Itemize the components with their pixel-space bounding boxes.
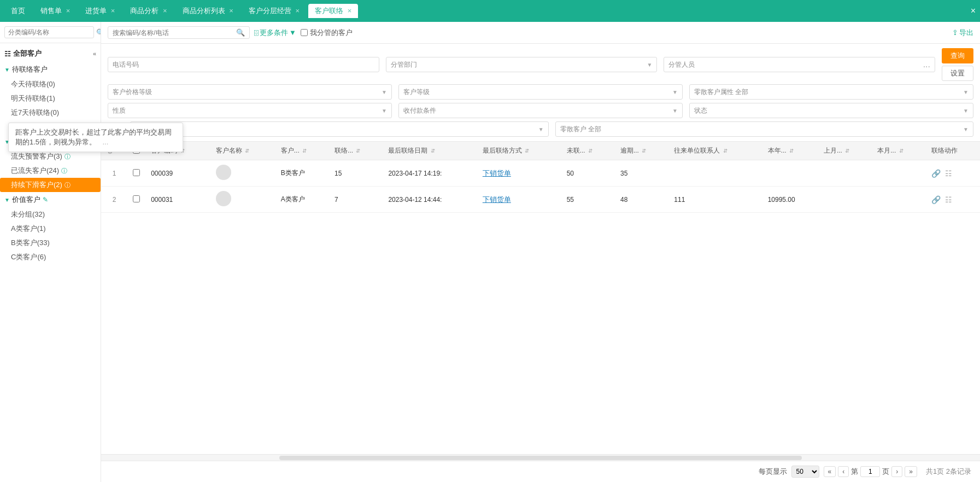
row1-qr-icon[interactable]: ☷: [945, 169, 952, 178]
row2-this-month: [872, 187, 925, 213]
sidebar-search-input[interactable]: [4, 26, 94, 38]
row1-last-month: [818, 160, 872, 187]
settings-button[interactable]: 设置: [942, 66, 973, 81]
grid-icon: ☷: [4, 50, 11, 58]
first-page-button[interactable]: «: [824, 466, 836, 477]
per-page-select[interactable]: 50 100 200: [791, 466, 819, 478]
prev-page-button[interactable]: ‹: [838, 466, 849, 477]
row1-link-icon[interactable]: 🔗: [931, 169, 941, 178]
sidebar-root-all-customers[interactable]: ☷ 全部客户 «: [0, 45, 101, 62]
filter-payment-terms[interactable]: 收付款条件 ▼: [398, 103, 683, 118]
nav-product-analysis-list[interactable]: 商品分析列表 ×: [176, 4, 240, 18]
filter-phone[interactable]: 电话号码: [108, 57, 379, 72]
sidebar-collapse-icon[interactable]: «: [93, 50, 96, 57]
filter-customer-level[interactable]: 客户等级 ▼: [398, 84, 683, 100]
sort-icon-last-method[interactable]: ⇵: [525, 148, 529, 154]
sort-icon-this-month[interactable]: ⇵: [899, 148, 903, 154]
nav-customer-contact[interactable]: 客户联络 ×: [308, 4, 358, 18]
sort-icon-last-date[interactable]: ⇵: [431, 148, 435, 154]
sort-icon-this-year[interactable]: ⇵: [789, 148, 794, 154]
sidebar-item-today-contact[interactable]: 今天待联络(0): [0, 77, 101, 91]
filter-scattered-attr[interactable]: 零散客户属性 全部 ▼: [689, 84, 973, 100]
nav-purchase[interactable]: 进货单 ×: [79, 4, 121, 18]
export-button[interactable]: ⇪ 导出: [952, 28, 973, 38]
sidebar-item-ungrouped[interactable]: 未分组(32): [0, 207, 101, 222]
sidebar-item-tomorrow-contact[interactable]: 明天待联络(1): [0, 91, 101, 106]
filter-status[interactable]: 状态 ▼: [689, 103, 973, 118]
nav-close-product-analysis[interactable]: ×: [163, 7, 167, 15]
tooltip-dots[interactable]: ...: [102, 138, 108, 146]
filter-customer-level-label: 客户等级: [403, 88, 430, 97]
filter-manager[interactable]: 分管人员 ...: [664, 57, 935, 72]
nav-sales[interactable]: 销售单 ×: [34, 4, 77, 18]
last-page-button[interactable]: »: [905, 466, 917, 477]
nav-close-customer-tier[interactable]: ×: [296, 7, 300, 15]
sort-icon-contact-person[interactable]: ⇵: [723, 148, 727, 154]
row2-checkbox[interactable]: [133, 195, 140, 202]
more-conditions-button[interactable]: ⌹ 更多条件 ▼: [254, 28, 296, 38]
col-customer-type: 客户... ⇵: [275, 142, 329, 160]
row2-last-contact-link[interactable]: 下销货单: [483, 195, 511, 204]
table-row: 1 000039 B类客户 15 2023-04-17 14:19: 下销货单: [101, 160, 980, 187]
row1-contact-person: [668, 160, 762, 187]
row1-checkbox[interactable]: [133, 169, 140, 176]
sidebar-search-icon[interactable]: 🔍: [96, 28, 101, 37]
sort-icon-overdue[interactable]: ⇵: [642, 148, 646, 154]
nav-close-sales[interactable]: ×: [66, 7, 71, 15]
window-close-button[interactable]: ×: [971, 6, 976, 16]
sort-icon-contact[interactable]: ⇵: [356, 148, 360, 154]
query-button[interactable]: 查询: [942, 48, 973, 63]
nav-home[interactable]: 首页: [4, 4, 32, 18]
sidebar-item-7days-contact[interactable]: 近7天待联络(0): [0, 106, 101, 120]
my-customers-label: 我分管的客户: [310, 28, 353, 38]
row2-link-icon[interactable]: 🔗: [931, 195, 941, 204]
sidebar-item-lost[interactable]: 已流失客户(24) ⓘ: [0, 164, 101, 178]
filter-status-label: 状态: [694, 106, 707, 115]
top-navigation: 首页 销售单 × 进货单 × 商品分析 × 商品分析列表 × 客户分层经营 × …: [0, 0, 980, 22]
row1-last-contact-link[interactable]: 下销货单: [483, 169, 511, 177]
sort-icon-last-month[interactable]: ⇵: [845, 148, 849, 154]
table-header-row: ⚙ 客户编码 ⇵ 客户名称 ⇵ 客户... ⇵ 联络... ⇵ 最后联络日期 ⇵…: [101, 142, 980, 160]
scrollbar-thumb[interactable]: [279, 456, 801, 460]
filter-search-input[interactable]: [113, 29, 234, 37]
row1-this-year: [762, 160, 818, 187]
col-this-year: 本年... ⇵: [762, 142, 818, 160]
filter-bar: 🔍 ⌹ 更多条件 ▼ 我分管的客户 ⇪ 导出: [101, 22, 980, 44]
sidebar-section-header-value[interactable]: ▼ 价值客户 ✎: [0, 192, 101, 207]
my-customers-checkbox[interactable]: [301, 29, 308, 36]
filter-department-arrow: ▼: [647, 62, 652, 68]
filter-scattered-customer[interactable]: 零散客户 全部 ▼: [555, 121, 973, 137]
data-table-container: ⚙ 客户编码 ⇵ 客户名称 ⇵ 客户... ⇵ 联络... ⇵ 最后联络日期 ⇵…: [101, 142, 980, 454]
nav-close-purchase[interactable]: ×: [111, 7, 115, 15]
row2-qr-icon[interactable]: ☷: [945, 195, 952, 204]
tooltip-box: 距客户上次交易时长，超过了此客户的平均交易周期的1.5倍，则视为异常。 ...: [8, 123, 183, 152]
nav-product-analysis[interactable]: 商品分析 ×: [124, 4, 173, 18]
sort-icon-name[interactable]: ⇵: [245, 148, 249, 154]
filter-icon: ⌹: [254, 28, 259, 37]
filter-search-container: 🔍: [108, 26, 250, 39]
nav-close-product-analysis-list[interactable]: ×: [229, 7, 233, 15]
more-conditions-arrow: ▼: [289, 28, 296, 37]
horizontal-scrollbar[interactable]: [101, 454, 980, 461]
nav-customer-tier[interactable]: 客户分层经营 ×: [242, 4, 306, 18]
sidebar-item-class-b[interactable]: B类客户(33): [0, 236, 101, 250]
sort-icon-type[interactable]: ⇵: [302, 148, 307, 154]
sidebar-item-declining[interactable]: 持续下滑客户(2) ⓘ: [0, 178, 101, 192]
sort-icon-unlinked[interactable]: ⇵: [588, 148, 592, 154]
filter-customer-type[interactable]: 客户类型 ▼: [130, 121, 548, 137]
edit-icon-value[interactable]: ✎: [43, 196, 48, 204]
next-page-button[interactable]: ›: [891, 466, 902, 477]
filter-nature[interactable]: 性质 ▼: [108, 103, 392, 118]
filter-price-level[interactable]: 客户价格等级 ▼: [108, 84, 392, 100]
filter-manager-dots[interactable]: ...: [923, 60, 930, 69]
row2-last-contact-date: 2023-04-12 14:44:: [383, 187, 477, 213]
filter-row-2: 客户价格等级 ▼ 客户等级 ▼ 零散客户属性 全部 ▼: [108, 84, 973, 100]
sidebar-section-header-pending[interactable]: ▼ 待联络客户: [0, 62, 101, 77]
page-number-input[interactable]: [860, 466, 880, 477]
filter-search-icon[interactable]: 🔍: [236, 28, 245, 37]
nav-close-customer-contact[interactable]: ×: [348, 7, 352, 15]
sidebar-section-value: ▼ 价值客户 ✎ 未分组(32) A类客户(1) B类客户(33) C类客户(6…: [0, 192, 101, 264]
sidebar-item-class-a[interactable]: A类客户(1): [0, 222, 101, 236]
filter-department[interactable]: 分管部门 ▼: [386, 57, 658, 72]
sidebar-item-class-c[interactable]: C类客户(6): [0, 250, 101, 264]
